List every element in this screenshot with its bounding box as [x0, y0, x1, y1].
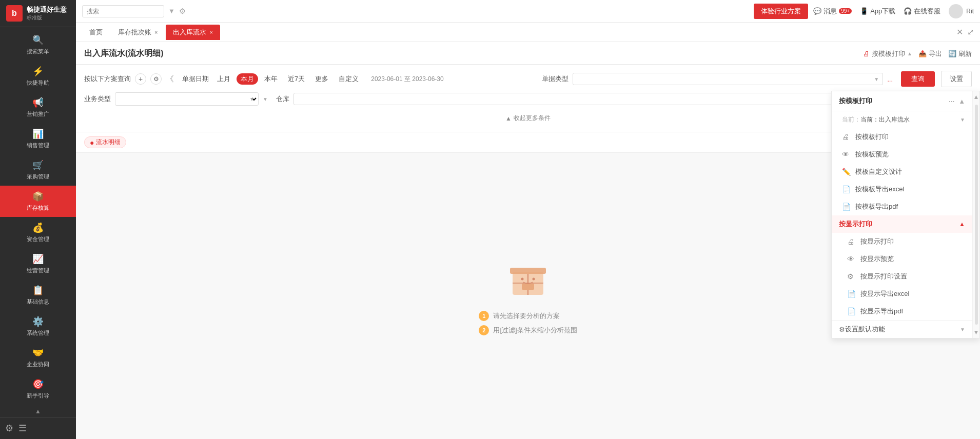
- bill-type-select[interactable]: [573, 73, 884, 85]
- collapse-label: 收起更多条件: [514, 114, 551, 123]
- inventory-icon: 📦: [32, 191, 44, 202]
- industry-solution-button[interactable]: 体验行业方案: [754, 4, 808, 19]
- footer-chevron: ▼: [960, 327, 965, 332]
- tab-batch-close[interactable]: ×: [154, 29, 158, 35]
- bill-type-more-icon[interactable]: ...: [887, 75, 893, 83]
- export-label: 导出: [929, 49, 942, 58]
- tab-home[interactable]: 首页: [82, 25, 110, 40]
- search-input[interactable]: [82, 5, 164, 17]
- dropdown-close-chevron[interactable]: ▲: [958, 97, 965, 105]
- sidebar-item-basic[interactable]: 📋基础信息: [0, 280, 76, 311]
- bill-type-label: 单据类型: [542, 74, 569, 84]
- settings-icon[interactable]: ⚙: [5, 423, 13, 434]
- menu-toggle-icon[interactable]: ☰: [18, 423, 27, 434]
- dropdown-sub-item-display-excel[interactable]: 📄 按显示导出excel: [832, 285, 972, 303]
- print-template-button[interactable]: 🖨 按模板打印 ▲: [863, 49, 912, 58]
- refresh-button[interactable]: 🔄 刷新: [948, 49, 972, 58]
- tab-flow-close[interactable]: ×: [209, 29, 212, 35]
- date-option-this-month[interactable]: 本月: [237, 73, 258, 85]
- sidebar-item-search[interactable]: 🔍搜索菜单: [0, 29, 76, 61]
- settings-gear-icon[interactable]: ⚙: [179, 7, 186, 16]
- tab-batch-account[interactable]: 库存批次账 ×: [111, 25, 165, 40]
- empty-state-steps: 1 请先选择要分析的方案 2 用[过滤]条件来缩小分析范围: [479, 311, 577, 335]
- page-action-buttons: 🖨 按模板打印 ▲ 📤 导出 🔄 刷新: [863, 49, 972, 64]
- refresh-icon: 🔄: [948, 50, 956, 57]
- page-content: 出入库流水(流水明细) 🖨 按模板打印 ▲ 📤 导出 🔄 刷新: [76, 42, 980, 439]
- tab-batch-label: 库存批次账: [118, 28, 151, 37]
- sidebar-item-label: 快捷导航: [27, 79, 49, 87]
- dropdown-sub-item-display-settings[interactable]: ⚙ 按显示打印设置: [832, 268, 972, 285]
- dropdown-scroll-up[interactable]: ▲: [971, 91, 980, 103]
- tab-expand-icon[interactable]: ⤢: [967, 27, 974, 37]
- header-search-section: ▼ ⚙: [82, 5, 749, 17]
- svg-point-5: [521, 278, 524, 281]
- sidebar-item-enterprise[interactable]: 🤝企业协同: [0, 342, 76, 373]
- filter-collapse-button[interactable]: 《: [166, 74, 174, 85]
- empty-step-1: 1 请先选择要分析的方案: [479, 311, 577, 321]
- date-option-7days[interactable]: 近7天: [284, 73, 309, 85]
- date-option-this-year[interactable]: 本年: [260, 73, 282, 85]
- sidebar-item-sales[interactable]: 📊销售管理: [0, 123, 76, 154]
- sidebar-item-shortcut[interactable]: ⚡快捷导航: [0, 61, 76, 92]
- empty-state-icon: [505, 256, 551, 303]
- dropdown-group-display-print[interactable]: 按显示打印 ▲: [832, 215, 972, 233]
- dropdown-footer-settings[interactable]: ⚙ 设置默认功能 ▼: [832, 320, 972, 338]
- filter-add-button[interactable]: +: [135, 73, 146, 85]
- tab-close-all-icon[interactable]: ✕: [956, 27, 963, 37]
- sidebar-scroll-up[interactable]: ▲: [35, 408, 41, 415]
- sidebar-item-label: 经营管理: [27, 267, 49, 274]
- filter-gear-button[interactable]: ⚙: [150, 73, 162, 85]
- search-dropdown-arrow[interactable]: ▼: [168, 7, 175, 15]
- query-button[interactable]: 查询: [901, 71, 935, 87]
- sidebar-item-label: 采购管理: [27, 173, 49, 181]
- current-label-chevron[interactable]: ▼: [960, 117, 965, 123]
- sidebar-item-label: 搜索菜单: [27, 48, 49, 55]
- sidebar-item-label: 系统管理: [27, 329, 49, 337]
- refresh-label: 刷新: [958, 49, 972, 58]
- dropdown-item-template-custom[interactable]: ✏️ 模板自定义设计: [832, 163, 972, 181]
- sidebar-item-purchase[interactable]: 🛒采购管理: [0, 154, 76, 186]
- business-type-select[interactable]: [115, 92, 259, 106]
- edit-icon: ✏️: [842, 168, 850, 176]
- export-button[interactable]: 📤 导出: [918, 49, 942, 58]
- sidebar-item-inventory[interactable]: 📦库存核算: [0, 186, 76, 217]
- date-options: 上月 本月 本年 近7天 更多 自定义: [213, 73, 363, 85]
- dropdown-sub-item-display-preview[interactable]: 👁 按显示预览: [832, 250, 972, 268]
- dropdown-item-template-print[interactable]: 🖨 按模板打印: [832, 128, 972, 146]
- tab-bar: 首页 库存批次账 × 出入库流水 × ✕ ⤢: [76, 23, 980, 42]
- main-area: ▼ ⚙ 体验行业方案 💬 消息 99+ 📱 App下载 🎧 在线客服 Rit: [76, 0, 980, 439]
- dropdown-sub-item-display-pdf[interactable]: 📄 按显示导出pdf: [832, 303, 972, 320]
- settings-icon-2: ⚙: [847, 272, 855, 281]
- user-section[interactable]: Rit: [949, 4, 974, 18]
- group-display-label: 按显示打印: [839, 220, 872, 229]
- sidebar-item-label: 销售管理: [27, 142, 49, 149]
- date-filter-label: 单据日期: [182, 74, 209, 84]
- date-option-more[interactable]: 更多: [311, 73, 332, 85]
- sidebar-item-operation[interactable]: 📈经营管理: [0, 248, 76, 280]
- print-dropdown-arrow[interactable]: ▲: [907, 51, 912, 56]
- header-right-actions: 💬 消息 99+ 📱 App下载 🎧 在线客服 Rit: [813, 4, 974, 18]
- dropdown-more-icon[interactable]: ···: [949, 97, 954, 105]
- dropdown-item-template-excel[interactable]: 📄 按模板导出excel: [832, 181, 972, 198]
- tab-inventory-flow[interactable]: 出入库流水 ×: [166, 25, 220, 40]
- export-icon: 📤: [918, 50, 927, 57]
- dropdown-item-template-preview[interactable]: 👁 按模板预览: [832, 146, 972, 163]
- filter-tag-item[interactable]: ● 流水明细: [84, 136, 126, 148]
- sidebar-item-label: 企业协同: [27, 361, 49, 368]
- excel-icon-2: 📄: [847, 290, 855, 298]
- messages-button[interactable]: 💬 消息 99+: [813, 7, 852, 16]
- online-service-button[interactable]: 🎧 在线客服: [904, 7, 940, 16]
- date-option-custom[interactable]: 自定义: [335, 73, 363, 85]
- dropdown-scroll-down[interactable]: ▼: [971, 327, 980, 338]
- app-download-button[interactable]: 📱 App下载: [860, 7, 895, 16]
- sidebar-item-finance[interactable]: 💰资金管理: [0, 217, 76, 248]
- dropdown-sub-item-display-print[interactable]: 🖨 按显示打印: [832, 233, 972, 250]
- date-option-last-month[interactable]: 上月: [213, 73, 234, 85]
- sidebar-item-guide[interactable]: 🎯新手引导: [0, 373, 76, 405]
- sidebar-item-system[interactable]: ⚙️系统管理: [0, 311, 76, 342]
- operation-icon: 📈: [32, 253, 44, 265]
- dropdown-item-template-pdf[interactable]: 📄 按模板导出pdf: [832, 198, 972, 215]
- sidebar-item-marketing[interactable]: 📢营销推广: [0, 92, 76, 123]
- gear-icon-footer: ⚙: [839, 326, 845, 333]
- settings-button[interactable]: 设置: [941, 71, 972, 87]
